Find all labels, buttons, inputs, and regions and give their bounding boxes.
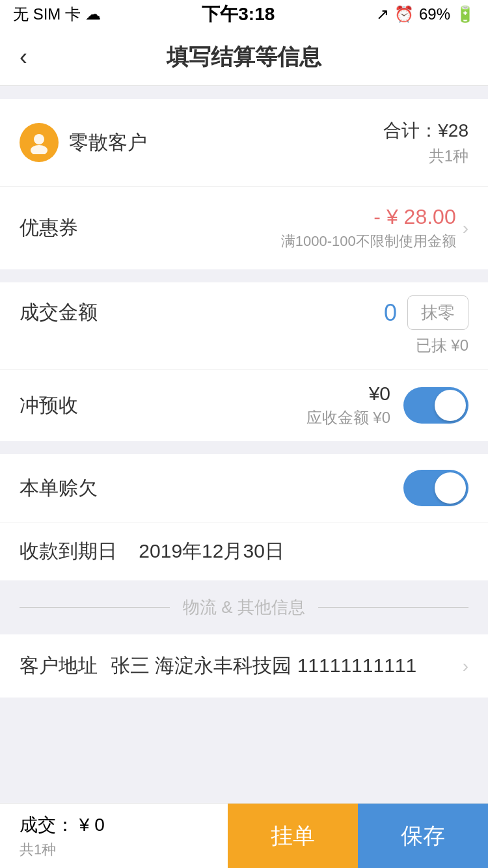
section-divider-3 — [0, 441, 488, 454]
due-date-value: 2019年12月30日 — [139, 540, 284, 562]
customer-name: 零散客户 — [69, 129, 147, 156]
no-sim-text: 无 SIM 卡 ☁ — [13, 4, 101, 25]
debt-toggle[interactable] — [403, 470, 468, 506]
due-date-row: 收款到期日 2019年12月30日 — [0, 522, 488, 580]
customer-section: 零散客户 合计：¥28 共1种 优惠券 - ¥ 28.00 满1000-100不… — [0, 99, 488, 269]
customer-info-right: 合计：¥28 共1种 — [383, 118, 468, 167]
bottom-info: 成交： ¥ 0 共1种 — [0, 804, 228, 868]
coupon-right: - ¥ 28.00 满1000-100不限制使用金额 › — [281, 205, 468, 251]
transaction-inner: 成交金额 0 抹零 已抹 ¥0 — [0, 282, 488, 369]
customer-row: 零散客户 合计：¥28 共1种 — [0, 99, 488, 186]
coupon-desc: 满1000-100不限制使用金额 — [281, 232, 456, 251]
page-title: 填写结算等信息 — [167, 42, 321, 72]
due-date-label: 收款到期日 — [20, 540, 117, 562]
debt-row: 本单赊欠 — [0, 454, 488, 522]
logistics-label: 物流 & 其他信息 — [183, 596, 305, 619]
debt-section: 本单赊欠 收款到期日 2019年12月30日 — [0, 454, 488, 580]
advance-label: 冲预收 — [20, 392, 78, 419]
bottom-deal-row: 成交： ¥ 0 — [20, 813, 208, 837]
coupon-info: - ¥ 28.00 满1000-100不限制使用金额 — [281, 205, 456, 251]
coupon-row[interactable]: 优惠券 - ¥ 28.00 满1000-100不限制使用金额 › — [0, 186, 488, 269]
battery-icon: 🔋 — [455, 5, 475, 23]
logistics-line-right — [318, 607, 468, 608]
advance-amount: ¥0 — [306, 383, 390, 405]
location-icon: ↗ — [376, 5, 389, 23]
coupon-amount: - ¥ 28.00 — [281, 205, 456, 229]
bottom-bar: 成交： ¥ 0 共1种 挂单 保存 — [0, 803, 488, 868]
bottom-deal-amount: ¥ 0 — [79, 815, 105, 835]
alarm-icon: ⏰ — [394, 5, 414, 23]
advance-right: ¥0 应收金额 ¥0 — [306, 383, 468, 428]
transaction-sub: 已抹 ¥0 — [20, 335, 468, 356]
advance-toggle[interactable] — [403, 387, 468, 424]
logistics-divider: 物流 & 其他信息 — [0, 580, 488, 634]
logistics-line-left — [20, 607, 170, 608]
transaction-section: 成交金额 0 抹零 已抹 ¥0 冲预收 ¥0 应收金额 ¥0 — [0, 282, 488, 441]
section-divider-2 — [0, 269, 488, 282]
avatar-icon — [27, 131, 51, 154]
bottom-deal-label: 成交： — [20, 815, 74, 835]
battery-text: 69% — [419, 5, 450, 23]
save-button[interactable]: 保存 — [358, 804, 488, 868]
customer-total: 合计：¥28 — [383, 118, 468, 143]
round-zero-button[interactable]: 抹零 — [407, 295, 468, 330]
transaction-row: 成交金额 0 抹零 — [20, 295, 468, 330]
svg-point-0 — [34, 134, 44, 144]
advance-info: ¥0 应收金额 ¥0 — [306, 383, 390, 428]
coupon-label: 优惠券 — [20, 215, 78, 241]
transaction-right: 0 抹零 — [384, 295, 468, 330]
debt-label: 本单赊欠 — [20, 475, 98, 502]
pending-button[interactable]: 挂单 — [228, 804, 358, 868]
nav-bar: ‹ 填写结算等信息 — [0, 29, 488, 86]
address-label: 客户地址 — [20, 653, 98, 679]
customer-left: 零散客户 — [20, 123, 147, 162]
status-time: 下午3:18 — [202, 2, 275, 27]
customer-count: 共1种 — [383, 146, 468, 167]
transaction-value: 0 — [384, 299, 397, 327]
back-button[interactable]: ‹ — [20, 44, 27, 71]
address-row[interactable]: 客户地址 张三 海淀永丰科技园 11111111111 › — [0, 634, 488, 698]
status-left: 无 SIM 卡 ☁ — [13, 4, 101, 25]
debt-toggle-knob — [435, 472, 466, 504]
address-chevron-icon: › — [463, 656, 468, 677]
status-right: ↗ ⏰ 69% 🔋 — [376, 5, 475, 23]
due-date-text: 收款到期日 2019年12月30日 — [20, 540, 284, 562]
toggle-knob — [435, 390, 466, 421]
address-value: 张三 海淀永丰科技园 11111111111 — [111, 653, 463, 679]
advance-sub: 应收金额 ¥0 — [306, 407, 390, 428]
advance-row: 冲预收 ¥0 应收金额 ¥0 — [0, 369, 488, 441]
status-bar: 无 SIM 卡 ☁ 下午3:18 ↗ ⏰ 69% 🔋 — [0, 0, 488, 29]
svg-point-1 — [31, 145, 47, 154]
customer-avatar — [20, 123, 59, 162]
bottom-count: 共1种 — [20, 840, 208, 860]
section-divider-1 — [0, 86, 488, 99]
chevron-right-icon: › — [463, 218, 468, 239]
transaction-label: 成交金额 — [20, 299, 98, 326]
address-section: 客户地址 张三 海淀永丰科技园 11111111111 › — [0, 634, 488, 698]
